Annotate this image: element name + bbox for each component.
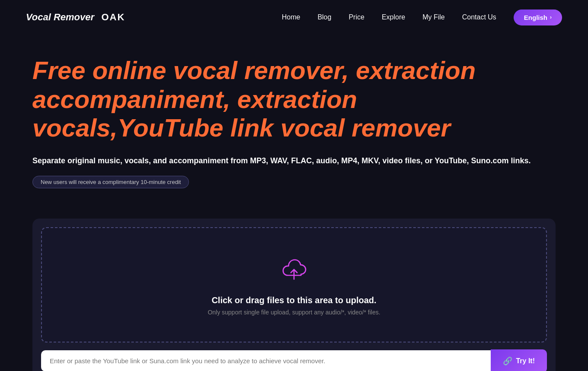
- url-input[interactable]: [41, 350, 491, 371]
- dropzone-title: Click or drag files to this area to uplo…: [51, 295, 537, 305]
- logo-vocal: Vocal: [26, 12, 51, 23]
- try-button[interactable]: 🔗 Try It!: [491, 349, 547, 371]
- hero-title: Free online vocal remover, extraction ac…: [32, 56, 551, 143]
- nav-my-file[interactable]: My File: [422, 13, 445, 21]
- url-input-row: 🔗 Try It!: [41, 349, 547, 371]
- cloud-upload-icon: [51, 254, 537, 287]
- link-icon: 🔗: [503, 356, 512, 366]
- nav-explore[interactable]: Explore: [382, 13, 405, 21]
- hero-description: Separate original music, vocals, and acc…: [32, 155, 556, 167]
- language-button[interactable]: English ›: [514, 10, 562, 25]
- language-label: English: [524, 14, 547, 21]
- nav-links: Home Blog Price Explore My File Contact …: [282, 13, 496, 21]
- upload-container: Click or drag files to this area to uplo…: [32, 219, 556, 371]
- logo-oak: OAK: [102, 12, 125, 23]
- promo-badge: New users will receive a complimentary 1…: [32, 176, 189, 188]
- upload-dropzone[interactable]: Click or drag files to this area to uplo…: [41, 227, 547, 342]
- navbar: Vocal Remover OAK Home Blog Price Explor…: [0, 0, 588, 35]
- nav-price[interactable]: Price: [348, 13, 364, 21]
- hero-section: Free online vocal remover, extraction ac…: [0, 35, 588, 219]
- logo[interactable]: Vocal Remover OAK: [26, 12, 125, 23]
- nav-contact-us[interactable]: Contact Us: [462, 13, 496, 21]
- dropzone-subtitle: Only support single file upload, support…: [51, 309, 537, 316]
- nav-blog[interactable]: Blog: [317, 13, 331, 21]
- try-button-label: Try It!: [516, 357, 535, 365]
- logo-remover: Remover: [54, 12, 94, 23]
- nav-home[interactable]: Home: [282, 13, 300, 21]
- chevron-right-icon: ›: [550, 14, 552, 20]
